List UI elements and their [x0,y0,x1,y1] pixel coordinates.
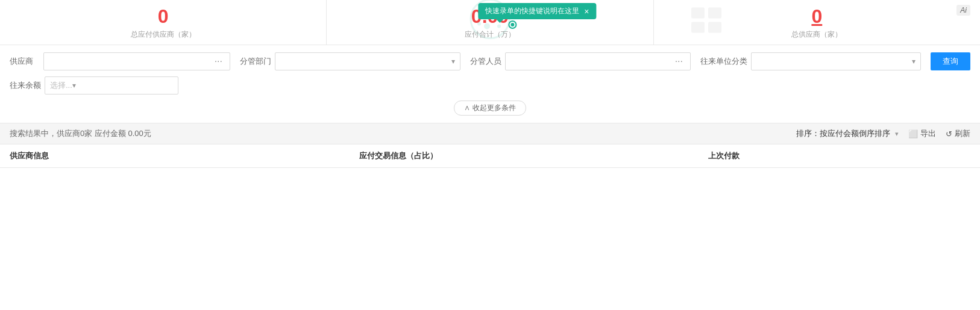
column-header-transaction-info: 应付交易信息（占比） [359,150,709,161]
supplier-dots[interactable]: ··· [212,56,225,67]
unit-category-input[interactable] [756,57,912,66]
unit-category-chevron: ▾ [912,57,916,66]
table-header: 供应商信息 应付交易信息（占比） 上次付款 [0,144,980,168]
filter-balance: 往来余额 选择... ▾ [10,76,178,95]
manager-dots[interactable]: ··· [673,56,685,67]
stat-total-suppliers: 0 总供应商（家） Ai [654,0,980,45]
svg-rect-8 [691,22,705,33]
export-button[interactable]: ⬜ 导出 [908,128,936,139]
refresh-button[interactable]: ↺ 刷新 [946,128,970,139]
filter-row-1: 供应商 ··· 分管部门 ▾ 分管人员 ··· 往来单位分类 [10,52,970,70]
stat-total-payable-suppliers: 0 总应付供应商（家） [0,0,327,45]
ai-badge[interactable]: Ai [956,5,970,16]
export-icon: ⬜ [908,129,918,138]
tooltip-close-button[interactable]: × [584,7,589,16]
svg-rect-9 [708,22,721,33]
unit-category-select-wrapper[interactable]: ▾ [751,52,921,70]
supplier-input[interactable] [49,57,212,66]
filters-section: 供应商 ··· 分管部门 ▾ 分管人员 ··· 往来单位分类 [0,45,980,123]
balance-label: 往来余额 [10,80,41,91]
collapse-button[interactable]: ∧ 收起更多条件 [454,101,526,116]
stat-label-total-suppliers: 总供应商（家） [791,29,842,40]
export-label: 导出 [920,128,936,139]
filter-manager: 分管人员 ··· [470,52,691,70]
stat-label-payable-total: 应付合计（万） [465,29,515,40]
results-actions: 排序：按应付会额倒序排序 ▾ ⬜ 导出 ↺ 刷新 [796,128,970,139]
department-select-wrapper[interactable]: ▾ [275,52,460,70]
tooltip-bubble: 快速录单的快捷键说明在这里 × [478,3,596,19]
department-label: 分管部门 [240,56,271,67]
supplier-input-wrapper[interactable]: ··· [43,52,230,70]
column-header-supplier-info: 供应商信息 [10,150,359,161]
tooltip-text: 快速录单的快捷键说明在这里 [485,6,579,16]
refresh-label: 刷新 [955,128,970,139]
manager-label: 分管人员 [470,56,501,67]
manager-input[interactable] [510,57,673,66]
sort-chevron-icon: ▾ [895,130,899,138]
balance-select-wrapper[interactable]: 选择... ▾ [45,76,178,95]
balance-placeholder: 选择... [50,80,72,91]
svg-rect-6 [691,8,705,19]
supplier-label: 供应商 [10,56,40,67]
sort-label: 排序：按应付会额倒序排序 [796,128,890,139]
filter-row-2: 往来余额 选择... ▾ [10,76,970,95]
tooltip-indicator [509,22,515,28]
column-header-last-payment: 上次付款 [708,150,970,161]
stat-number-total-suppliers: 0 [811,5,822,28]
department-chevron: ▾ [451,57,455,66]
stat-number-payable-suppliers: 0 [158,5,169,28]
table-body [0,168,980,310]
balance-chevron: ▾ [72,81,76,90]
results-bar: 搜索结果中，供应商0家 应付金额 0.00元 排序：按应付会额倒序排序 ▾ ⬜ … [0,123,980,144]
collapse-row: ∧ 收起更多条件 [10,101,970,116]
sort-select[interactable]: 排序：按应付会额倒序排序 ▾ [796,128,899,139]
unit-category-label: 往来单位分类 [700,56,747,67]
department-input[interactable] [280,57,451,66]
manager-input-wrapper[interactable]: ··· [505,52,691,70]
filter-department: 分管部门 ▾ [240,52,460,70]
refresh-icon: ↺ [946,129,952,138]
filter-supplier: 供应商 ··· [10,52,230,70]
filter-unit-category: 往来单位分类 ▾ [700,52,921,70]
svg-rect-7 [708,8,721,19]
stat-label-payable-suppliers: 总应付供应商（家） [131,29,196,40]
stats-bar: 0 总应付供应商（家） 0.00 应付合计（万） 快速录单的快捷键说明在这里 × [0,0,980,45]
query-button[interactable]: 查询 [931,52,970,70]
results-summary: 搜索结果中，供应商0家 应付金额 0.00元 [10,128,151,139]
stat-payable-total: 0.00 应付合计（万） 快速录单的快捷键说明在这里 × [327,0,653,45]
